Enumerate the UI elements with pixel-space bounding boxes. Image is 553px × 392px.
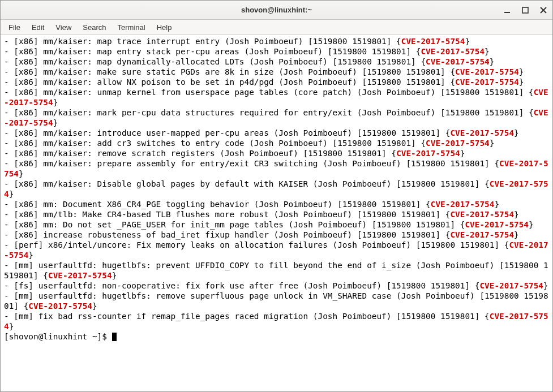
menu-terminal[interactable]: Terminal bbox=[113, 21, 150, 33]
svg-rect-1 bbox=[522, 7, 528, 13]
cve-id: CVE-2017-5754 bbox=[401, 37, 465, 46]
log-line: - [x86] mm: Document X86_CR4_PGE togglin… bbox=[4, 200, 499, 209]
window-titlebar: shovon@linuxhint:~ bbox=[1, 1, 552, 20]
menu-search[interactable]: Search bbox=[78, 21, 110, 33]
log-line: - [x86] mm: Do not set _PAGE_USER for in… bbox=[4, 220, 534, 229]
log-line: - [x86] mm/kaiser: map dynamically-alloc… bbox=[4, 57, 494, 66]
close-icon bbox=[539, 6, 547, 14]
cve-id: CVE-2017-5754 bbox=[28, 301, 92, 311]
log-line: - [x86] mm/kaiser: allow NX poison to be… bbox=[4, 77, 524, 87]
minimize-icon bbox=[503, 6, 511, 14]
cve-id: CVE-2017-5754 bbox=[421, 47, 485, 56]
log-line: - [mm] userfaultfd: hugetlbfs: prevent U… bbox=[4, 261, 548, 280]
close-button[interactable] bbox=[538, 5, 549, 16]
log-line: - [x86] mm/kaiser: map trace interrupt e… bbox=[4, 37, 470, 46]
log-line: - [x86] mm/kaiser: make sure static PGDs… bbox=[4, 67, 524, 76]
cve-id: CVE-2017-5754 bbox=[4, 312, 548, 331]
log-line: - [x86] mm/kaiser: Disable global pages … bbox=[4, 179, 548, 199]
maximize-button[interactable] bbox=[520, 5, 531, 16]
log-line: - [fs] userfaultfd: non-cooperative: fix… bbox=[4, 281, 548, 290]
maximize-icon bbox=[521, 6, 529, 14]
log-line: - [x86] mm/kaiser: introduce user-mapped… bbox=[4, 128, 519, 137]
menu-file[interactable]: File bbox=[4, 21, 25, 33]
log-line: - [mm] userfaultfd: hugetlbfs: remove su… bbox=[4, 291, 548, 311]
shell-prompt: [shovon@linuxhint ~]$ bbox=[4, 332, 112, 341]
log-line: - [perf] x86/intel/uncore: Fix memory le… bbox=[4, 240, 548, 260]
log-line: - [x86] mm/kaiser: mark per-cpu data str… bbox=[4, 108, 548, 127]
menu-edit[interactable]: Edit bbox=[27, 21, 49, 33]
log-line: - [mm] fix bad rss-counter if remap_file… bbox=[4, 312, 548, 331]
menu-view[interactable]: View bbox=[51, 21, 76, 33]
cve-id: CVE-2017-5754 bbox=[455, 77, 519, 87]
cve-id: CVE-2017-5754 bbox=[450, 230, 514, 239]
cve-id: CVE-2017-5754 bbox=[4, 108, 548, 127]
cve-id: CVE-2017-5754 bbox=[4, 179, 548, 199]
window-controls bbox=[501, 1, 549, 19]
cve-id: CVE-2017-5754 bbox=[455, 67, 519, 76]
menubar: File Edit View Search Terminal Help bbox=[1, 20, 552, 35]
cve-id: CVE-2017-5754 bbox=[426, 57, 490, 66]
log-line: - [x86] mm/kaiser: add cr3 switches to e… bbox=[4, 139, 494, 148]
cve-id: CVE-2017-5754 bbox=[431, 200, 495, 209]
cve-id: CVE-2017-5754 bbox=[450, 210, 514, 219]
cve-id: CVE-2017-5754 bbox=[450, 128, 514, 137]
log-line: - [x86] mm/kaiser: prepare assembly for … bbox=[4, 159, 548, 178]
log-line: - [x86] mm/kaiser: map entry stack per-c… bbox=[4, 47, 490, 56]
cve-id: CVE-2017-5754 bbox=[48, 271, 112, 280]
cve-id: CVE-2017-5754 bbox=[4, 240, 548, 260]
log-line: - [x86] mm/tlb: Make CR4-based TLB flush… bbox=[4, 210, 519, 219]
cve-id: CVE-2017-5754 bbox=[479, 281, 543, 290]
cve-id: CVE-2017-5754 bbox=[396, 149, 460, 158]
log-line: - [x86] increase robusteness of bad_iret… bbox=[4, 230, 519, 239]
menu-help[interactable]: Help bbox=[152, 21, 177, 33]
log-line: - [x86] mm/kaiser: remove scratch regist… bbox=[4, 149, 465, 158]
terminal-output[interactable]: - [x86] mm/kaiser: map trace interrupt e… bbox=[1, 35, 552, 391]
window-title: shovon@linuxhint:~ bbox=[241, 6, 312, 14]
cve-id: CVE-2017-5754 bbox=[4, 88, 548, 107]
log-line: - [x86] mm/kaiser: unmap kernel from use… bbox=[4, 88, 548, 107]
cve-id: CVE-2017-5754 bbox=[4, 159, 548, 178]
cve-id: CVE-2017-5754 bbox=[465, 220, 529, 229]
cve-id: CVE-2017-5754 bbox=[426, 139, 490, 148]
minimize-button[interactable] bbox=[501, 5, 513, 16]
cursor bbox=[112, 333, 117, 341]
